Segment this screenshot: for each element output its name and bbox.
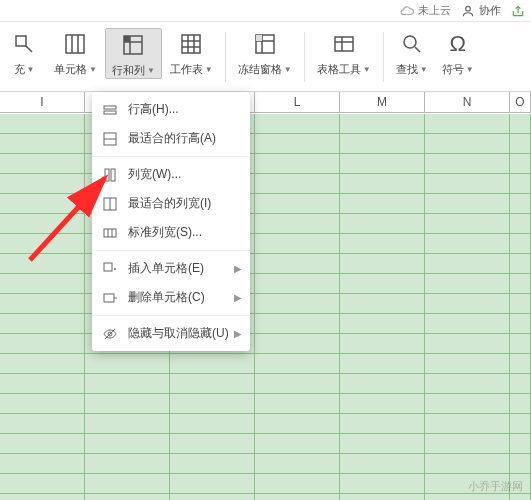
menu-standard-col-width[interactable]: 标准列宽(S)... (92, 218, 250, 247)
column-header[interactable]: M (340, 92, 425, 112)
row-and-column-button[interactable]: 行和列▼ (105, 28, 162, 79)
menu-best-row-height[interactable]: 最适合的行高(A) (92, 124, 250, 153)
cell[interactable] (510, 294, 531, 314)
menu-insert-cells[interactable]: 插入单元格(E) ▶ (92, 254, 250, 283)
cell[interactable] (255, 414, 340, 434)
cell[interactable] (255, 394, 340, 414)
freeze-panes-button[interactable]: 冻结窗格▼ (232, 28, 298, 77)
cloud-status[interactable]: 未上云 (400, 3, 451, 18)
cell[interactable] (340, 194, 425, 214)
cell[interactable] (510, 414, 531, 434)
cell[interactable] (340, 294, 425, 314)
cells-grid[interactable] (0, 114, 531, 500)
cell[interactable] (510, 314, 531, 334)
cell[interactable] (425, 214, 510, 234)
cell[interactable] (255, 434, 340, 454)
cell[interactable] (425, 434, 510, 454)
cell[interactable] (425, 334, 510, 354)
cell[interactable] (0, 414, 85, 434)
cell[interactable] (255, 314, 340, 334)
cell[interactable] (425, 454, 510, 474)
cell[interactable] (255, 194, 340, 214)
cell[interactable] (0, 294, 85, 314)
find-button[interactable]: 查找▼ (390, 28, 434, 77)
cell[interactable] (340, 154, 425, 174)
cell[interactable] (0, 254, 85, 274)
cell[interactable] (510, 234, 531, 254)
cell[interactable] (425, 394, 510, 414)
cell[interactable] (510, 354, 531, 374)
cells-button[interactable]: 单元格▼ (48, 28, 103, 77)
menu-row-height[interactable]: 行高(H)... (92, 95, 250, 124)
cell[interactable] (510, 454, 531, 474)
cell[interactable] (0, 374, 85, 394)
cell[interactable] (0, 174, 85, 194)
menu-delete-cells[interactable]: 删除单元格(C) ▶ (92, 283, 250, 312)
cell[interactable] (510, 334, 531, 354)
cell[interactable] (0, 334, 85, 354)
symbol-button[interactable]: Ω 符号▼ (436, 28, 480, 77)
column-header[interactable]: N (425, 92, 510, 112)
cell[interactable] (0, 154, 85, 174)
cell[interactable] (170, 494, 255, 500)
cell[interactable] (0, 234, 85, 254)
cell[interactable] (0, 314, 85, 334)
cell[interactable] (170, 454, 255, 474)
cell[interactable] (170, 474, 255, 494)
cell[interactable] (255, 294, 340, 314)
cell[interactable] (425, 314, 510, 334)
cell[interactable] (85, 414, 170, 434)
cell[interactable] (0, 454, 85, 474)
cell[interactable] (85, 374, 170, 394)
cell[interactable] (340, 354, 425, 374)
cell[interactable] (0, 114, 85, 134)
cell[interactable] (510, 374, 531, 394)
cell[interactable] (510, 154, 531, 174)
cell[interactable] (425, 374, 510, 394)
cell[interactable] (510, 494, 531, 500)
cell[interactable] (425, 174, 510, 194)
worksheet-button[interactable]: 工作表▼ (164, 28, 219, 77)
cell[interactable] (0, 394, 85, 414)
cell[interactable] (255, 474, 340, 494)
column-header[interactable]: O (510, 92, 531, 112)
cell[interactable] (255, 494, 340, 500)
cell[interactable] (255, 214, 340, 234)
cell[interactable] (255, 454, 340, 474)
column-header[interactable]: I (0, 92, 85, 112)
cell[interactable] (510, 434, 531, 454)
cell[interactable] (510, 174, 531, 194)
cell[interactable] (425, 134, 510, 154)
cell[interactable] (340, 494, 425, 500)
cell[interactable] (255, 134, 340, 154)
cell[interactable] (510, 394, 531, 414)
cell[interactable] (425, 194, 510, 214)
cell[interactable] (85, 434, 170, 454)
cell[interactable] (340, 134, 425, 154)
cell[interactable] (340, 274, 425, 294)
cell[interactable] (255, 174, 340, 194)
table-tools-button[interactable]: 表格工具▼ (311, 28, 377, 77)
cell[interactable] (255, 234, 340, 254)
cell[interactable] (255, 114, 340, 134)
column-header[interactable]: L (255, 92, 340, 112)
fill-button[interactable]: 充▼ (2, 28, 46, 77)
cell[interactable] (425, 234, 510, 254)
cell[interactable] (255, 254, 340, 274)
cell[interactable] (255, 154, 340, 174)
cell[interactable] (340, 394, 425, 414)
cell[interactable] (170, 394, 255, 414)
cell[interactable] (340, 434, 425, 454)
cell[interactable] (255, 334, 340, 354)
cell[interactable] (85, 494, 170, 500)
cell[interactable] (85, 354, 170, 374)
cell[interactable] (170, 374, 255, 394)
cell[interactable] (425, 414, 510, 434)
cell[interactable] (425, 154, 510, 174)
cell[interactable] (0, 354, 85, 374)
cell[interactable] (0, 214, 85, 234)
cell[interactable] (0, 134, 85, 154)
cell[interactable] (0, 474, 85, 494)
cell[interactable] (510, 134, 531, 154)
cell[interactable] (340, 314, 425, 334)
